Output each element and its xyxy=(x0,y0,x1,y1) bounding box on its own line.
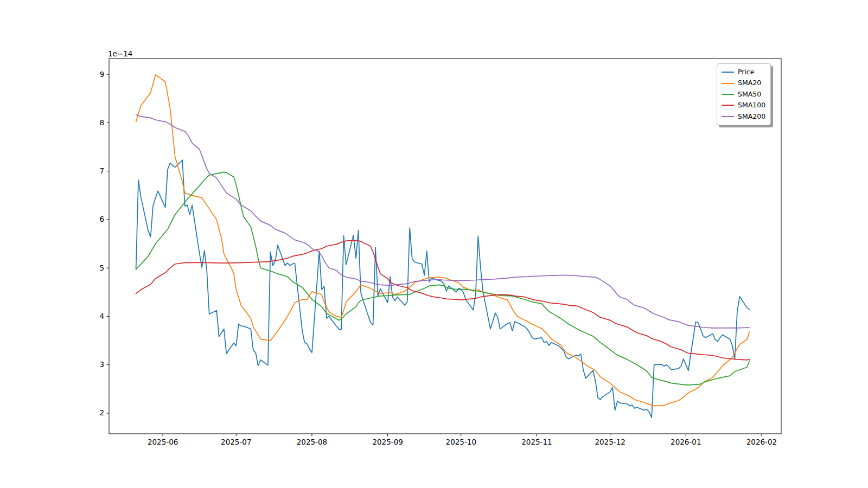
x-tick-label: 2026-01 xyxy=(671,438,701,446)
legend-item-sma20: SMA20 xyxy=(722,78,765,88)
x-tick-label: 2025-11 xyxy=(521,438,552,446)
matplotlib-figure: 2025-062025-072025-082025-092025-102025-… xyxy=(0,0,868,488)
x-tick-label: 2026-02 xyxy=(746,438,777,446)
legend: Price SMA20 SMA50 SMA100 SMA200 xyxy=(717,63,771,125)
sma20-series-line xyxy=(136,75,750,406)
y-tick-label: 8 xyxy=(99,118,104,127)
legend-item-sma200: SMA200 xyxy=(722,111,765,122)
legend-label: Price xyxy=(738,69,755,76)
x-tick-label: 2025-06 xyxy=(148,438,178,446)
legend-item-price: Price xyxy=(722,67,765,78)
y-axis-offset-label: 1e−14 xyxy=(108,49,132,58)
sma100-series-line xyxy=(136,240,750,360)
sma100-line-swatch-icon xyxy=(722,105,734,106)
x-tick-label: 2025-08 xyxy=(297,438,327,446)
y-tick-label: 2 xyxy=(99,408,104,417)
legend-item-sma50: SMA50 xyxy=(722,89,765,100)
y-tick-label: 4 xyxy=(99,312,104,320)
y-tick-label: 3 xyxy=(99,360,104,369)
legend-label: SMA20 xyxy=(738,80,761,87)
price-line-swatch-icon xyxy=(722,72,734,73)
legend-label: SMA200 xyxy=(738,113,765,120)
y-tick-label: 7 xyxy=(99,166,104,175)
plot-area-border xyxy=(109,59,781,434)
legend-item-sma100: SMA100 xyxy=(722,100,765,111)
x-tick-label: 2025-10 xyxy=(446,438,476,446)
sma50-series-line xyxy=(136,172,750,385)
y-tick-label: 5 xyxy=(99,264,104,272)
sma200-series-line xyxy=(136,114,750,328)
x-tick-label: 2025-09 xyxy=(372,438,403,446)
sma50-line-swatch-icon xyxy=(722,94,734,95)
y-tick-label: 9 xyxy=(99,70,104,79)
x-tick-label: 2025-12 xyxy=(595,438,625,446)
x-tick-label: 2025-07 xyxy=(221,438,251,446)
y-tick-label: 6 xyxy=(99,215,104,223)
sma200-line-swatch-icon xyxy=(722,116,734,117)
legend-label: SMA100 xyxy=(738,102,765,109)
sma20-line-swatch-icon xyxy=(722,83,734,84)
legend-label: SMA50 xyxy=(738,91,761,98)
